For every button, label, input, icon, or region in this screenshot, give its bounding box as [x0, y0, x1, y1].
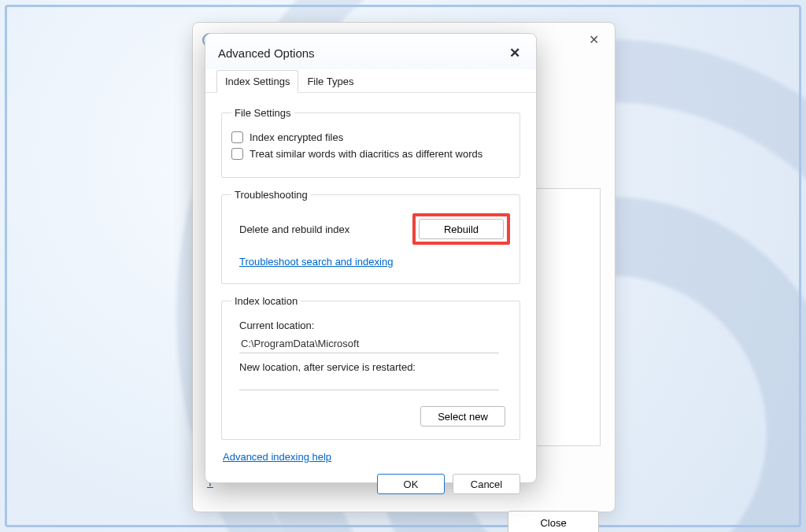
file-settings-group: File Settings Index encrypted files Trea…: [221, 107, 520, 178]
current-location-path: C:\ProgramData\Microsoft: [239, 334, 499, 353]
checkbox-diacritics[interactable]: [231, 148, 243, 160]
close-icon[interactable]: ✕: [582, 29, 605, 50]
new-location-label: New location, after service is restarted…: [239, 361, 510, 373]
tab-index-settings[interactable]: Index Settings: [216, 70, 298, 93]
troubleshooting-legend: Troubleshooting: [231, 189, 311, 201]
tab-file-types[interactable]: File Types: [298, 70, 362, 93]
current-location-label: Current location:: [239, 320, 510, 331]
dialog-title: Advanced Options: [218, 46, 315, 60]
troubleshooting-group: Troubleshooting Delete and rebuild index…: [221, 189, 520, 284]
rebuild-highlight: Rebuild: [412, 213, 510, 245]
checkbox-encrypted[interactable]: [231, 131, 243, 143]
tab-strip: Index Settings File Types: [205, 69, 536, 93]
close-icon[interactable]: ✕: [505, 43, 525, 63]
select-new-button[interactable]: Select new: [420, 406, 505, 427]
new-location-path: [239, 376, 499, 390]
diacritics-label: Treat similar words with diacritics as d…: [250, 148, 482, 160]
index-location-legend: Index location: [231, 295, 301, 307]
troubleshoot-link[interactable]: Troubleshoot search and indexing: [239, 256, 393, 268]
file-settings-legend: File Settings: [231, 107, 294, 119]
encrypted-label: Index encrypted files: [250, 131, 343, 143]
close-button[interactable]: Close: [508, 511, 599, 532]
rebuild-button[interactable]: Rebuild: [419, 219, 504, 239]
front-titlebar: Advanced Options ✕: [205, 34, 536, 69]
rebuild-label: Delete and rebuild index: [239, 224, 349, 235]
ok-button[interactable]: OK: [377, 474, 445, 494]
index-location-group: Index location Current location: C:\Prog…: [221, 295, 520, 440]
advanced-help-link[interactable]: Advanced indexing help: [223, 451, 331, 463]
cancel-button[interactable]: Cancel: [453, 474, 520, 494]
advanced-options-dialog: Advanced Options ✕ Index Settings File T…: [205, 33, 537, 483]
dialog-footer: OK Cancel: [205, 463, 536, 507]
